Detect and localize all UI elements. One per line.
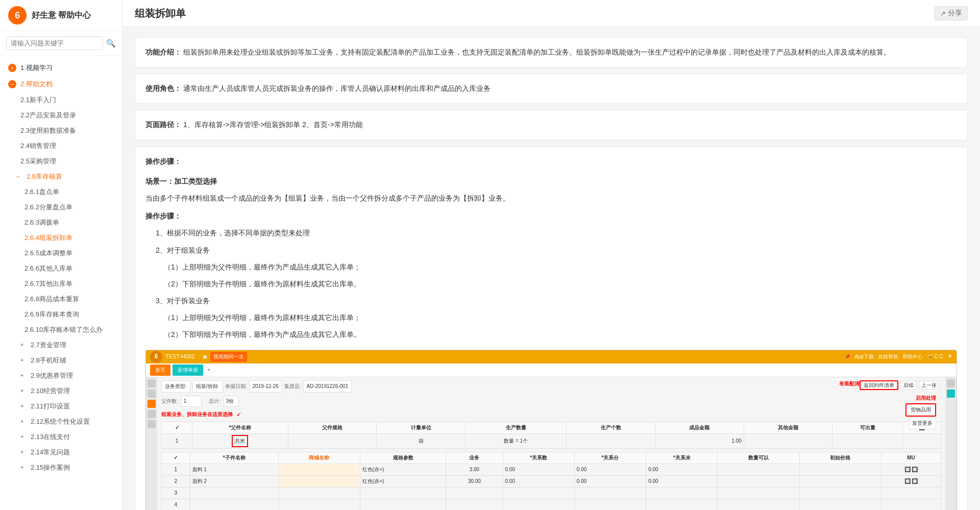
sidebar-item-2-12[interactable]: + 2.12系统个性化设置 [0,414,122,429]
sidebar-item-2-1[interactable]: 2.1新手入门 [0,92,122,108]
expand-icon-2-12: + [20,418,28,425]
sidebar-item-2-14[interactable]: + 2.14常见问题 [0,445,122,460]
expand-icon-2-9: + [20,372,28,379]
function-intro-label: 功能介绍： [145,48,181,56]
search-input[interactable] [6,36,103,50]
sidebar-item-docs[interactable]: − 2.帮助文档 [0,76,122,92]
step2: 2、对于组装业务 [145,244,957,257]
table-row: 3 [162,488,941,499]
mock-main-layout: 业务类型: 组装/拆卸 单据日期: 2019-12-26 集团店: AD-201… [146,377,957,510]
operations-title: 操作步骤： [145,155,957,168]
mock-period-btn: 预期期间一次 [210,352,247,362]
path-block: 页面路径： 1、库存核算->库存管理->组装拆卸单 2、首页->常用功能 [135,110,968,140]
step3-2: （2）下部明细为子件明细，最终作为产成品生成其它入库单。 [145,328,957,341]
top-bar: 组装拆卸单 ↗ 分享 [122,0,980,27]
main-content: 组装拆卸单 ↗ 分享 功能介绍： 组装拆卸单用来处理企业组装或拆卸等加工业务，支… [122,0,980,510]
sidebar-item-2-6-1[interactable]: 2.6.1盘点单 [0,184,122,200]
collapse-icon-2-6: − [16,173,23,180]
function-intro-text: 组装拆卸单用来处理企业组装或拆卸等加工业务，支持有固定装配清单的产品加工业务，也… [183,48,891,56]
sidebar-item-2-8[interactable]: + 2.8手机旺辅 [0,353,122,368]
expand-icon-1: + [8,64,16,72]
mock-app: 6 TEST-H002 ◉ 预期期间一次 📌 App下载 在线帮助 帮助中心 🐱… [146,350,957,510]
function-intro-block: 功能介绍： 组装拆卸单用来处理企业组装或拆卸等加工业务，支持有固定装配清单的产品… [135,37,968,67]
sidebar-item-2-7[interactable]: + 2.7资金管理 [0,337,122,353]
annotation-row: 组装业务、拆卸业务在这里选择 ↙ [161,409,941,420]
sidebar-item-2-11[interactable]: + 2.11打印设置 [0,399,122,414]
mock-right-icons [945,377,957,510]
search-box: 🔍 [0,31,122,56]
expand-icon-2-10: + [20,387,28,395]
expand-icon-2-14: + [20,449,28,456]
sidebar-item-2-6-9[interactable]: 2.6.9库存账本查询 [0,307,122,322]
step3-1: （1）上部明细为父件明细，最终作为原材料生成其它出库单； [145,311,957,324]
sidebar-item-2-9[interactable]: + 2.9优惠券管理 [0,368,122,383]
mock-input-type: 组装/拆卸 [192,380,223,393]
mock-date: 2019-12-26 [249,380,282,393]
mock-tab-new: 新增单据 [173,365,203,376]
sidebar-item-2-6-10[interactable]: 2.6.10库存账本错了怎么办 [0,322,122,337]
step1: 1、根据不同的业务，选择不同单据的类型来处理 [145,227,957,239]
nav-label-1: 1.视频学习 [20,63,53,72]
sidebar-item-2-6-6[interactable]: 2.6.6其他入库单 [0,261,122,276]
steps-title: 操作步骤： [145,210,957,223]
mock-content-area: 业务类型: 组装/拆卸 单据日期: 2019-12-26 集团店: AD-201… [157,377,945,510]
expand-icon-2-8: + [20,357,28,364]
sidebar-item-2-2[interactable]: 2.2产品安装及登录 [0,108,122,123]
role-block: 使用角色： 通常由生产人员或库管人员完成拆装业务的操作，库管人员确认原材料的出库… [135,74,968,104]
nav-sub-docs: 2.1新手入门 2.2产品安装及登录 2.3使用前数据准备 2.4销售管理 2.… [0,92,122,475]
page-title: 组装拆卸单 [135,7,186,20]
mock-order-id: AD-20191226-001 [303,380,352,393]
path-text: 1、库存核算->库存管理->组装拆卸单 2、首页->常用功能 [183,120,363,129]
expand-icon-2-13: + [20,433,28,441]
sidebar-item-2-10[interactable]: + 2.10经营管理 [0,383,122,399]
app-logo: 6 [8,6,27,25]
nav-group-2: − 2.帮助文档 2.1新手入门 2.2产品安装及登录 2.3使用前数据准备 2… [0,76,122,475]
sidebar-item-2-5[interactable]: 2.5采购管理 [0,154,122,169]
nav-label-2: 2.帮助文档 [20,80,53,89]
table-row: 1 共米 袋 数量 = 1个 1.00 [162,434,941,449]
sidebar-item-2-3[interactable]: 2.3使用前数据准备 [0,123,122,138]
nav-tree: + 1.视频学习 − 2.帮助文档 2.1新手入门 2.2产品安装及登录 2.3… [0,56,122,510]
path-label: 页面路径： [145,120,181,129]
mock-btn-save: 业务类型: [161,380,190,393]
sidebar-item-video[interactable]: + 1.视频学习 [0,60,122,76]
search-icon[interactable]: 🔍 [106,39,116,48]
mock-title: TEST-H002 [165,352,194,362]
table-row: 2 面料 2 红色(赤+) 30.00 0.00 0.00 0.00 [162,476,941,488]
mock-table2: ✓ *子件名称 商城名称 规格参数 业务 *关系数 *关系分 *关系末 数量可以 [161,452,941,510]
step2-1: （1）上部明细为父件明细，最终作为产成品生成其它入库单； [145,261,957,274]
sidebar-item-2-4[interactable]: 2.4销售管理 [0,138,122,154]
mock-left-icons [146,377,157,510]
sidebar-item-2-15[interactable]: + 2.15操作案例 [0,460,122,475]
sidebar-item-2-6-3[interactable]: 2.6.3调拨单 [0,215,122,230]
sidebar-item-2-6-4[interactable]: 2.6.4组装拆卸单 [0,230,122,246]
content-area: 功能介绍： 组装拆卸单用来处理企业组装或拆卸等加工业务，支持有固定装配清单的产品… [122,27,980,510]
expand-icon-2-15: + [20,464,28,471]
step2-2: （2）下部明细为子件明细，最终作为原材料生成其它出库单。 [145,278,957,290]
role-label: 使用角色： [145,84,181,92]
sidebar-item-2-6-5[interactable]: 2.6.5成本调整单 [0,246,122,261]
mock-count-row: 父件数: 1 总计: 3份 启用处理 货物品用 发货更多 [161,396,941,407]
sidebar-item-2-6-7[interactable]: 2.6.7其他出库单 [0,276,122,292]
step3: 3、对于拆装业务 [145,295,957,307]
role-text: 通常由生产人员或库管人员完成拆装业务的操作，库管人员确认原材料的出库和产成品的入… [183,84,491,92]
table-row: 4 [162,499,941,510]
collapse-icon-2: − [8,80,16,88]
mock-item-name: 共米 [232,435,248,447]
share-button[interactable]: ↗ 分享 [935,6,968,20]
share-icon: ↗ [940,10,946,17]
mock-toolbar: 业务类型: 组装/拆卸 单据日期: 2019-12-26 集团店: AD-201… [161,380,941,393]
sidebar-item-2-13[interactable]: + 2.13在线支付 [0,429,122,445]
annotation-enable: 启用处理 [916,394,936,403]
sidebar-item-2-6-8[interactable]: 2.6.8商品成本重算 [0,292,122,307]
app-title: 好生意 帮助中心 [32,10,91,21]
scenario1-desc: 当由多个子件材料组装成一个成品的业务为【组装】业务，当由一个父件拆分成多个子产品… [145,192,957,205]
sidebar: 6 好生意 帮助中心 🔍 + 1.视频学习 − 2.帮助文档 2.1新手入门 2… [0,0,122,510]
sidebar-item-2-6-2[interactable]: 2.6.2分量盘点单 [0,200,122,215]
expand-icon-2-11: + [20,403,28,410]
sidebar-item-2-6[interactable]: − 2.6库存核算 [0,169,122,184]
screenshot-block: 6 TEST-H002 ◉ 预期期间一次 📌 App下载 在线帮助 帮助中心 🐱… [145,350,957,510]
operations-block: 操作步骤： 场景一：加工类型选择 当由多个子件材料组装成一个成品的业务为【组装】… [135,147,968,510]
nav-group-1: + 1.视频学习 [0,60,122,76]
expand-icon-2-7: + [20,342,28,349]
